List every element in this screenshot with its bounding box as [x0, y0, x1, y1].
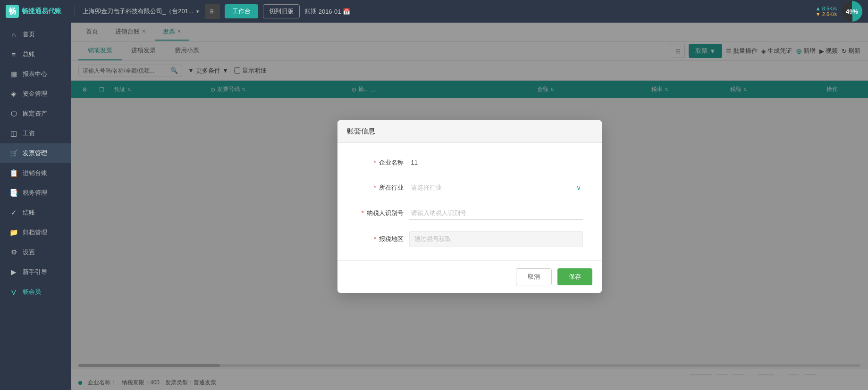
sidebar-label-home: 首页: [23, 30, 35, 39]
topbar: 畅 畅捷通易代账 上海卯金刀电子科技有限公司_（台201... ▼ ⎘ 工作台 …: [0, 0, 868, 23]
industry-row: * 所在行业 请选择行业 ∨: [356, 181, 583, 195]
sidebar-item-purchase[interactable]: 📋 进销台账: [0, 163, 71, 183]
industry-label: * 所在行业: [356, 183, 404, 192]
sidebar-label-settings: 设置: [23, 248, 35, 257]
modal-overlay: 账套信息 * 企业名称 * 所在行业 请: [71, 23, 868, 390]
logo-icon: 畅: [6, 5, 19, 18]
tax-region-display: 通过税号获取: [409, 231, 583, 247]
copy-icon-btn[interactable]: ⎘: [205, 4, 220, 19]
sidebar-label-purchase: 进销台账: [23, 169, 47, 177]
cancel-button[interactable]: 取消: [516, 268, 552, 285]
assets-icon: ⬡: [9, 109, 18, 118]
main-area: 首页 进销台账 ✕ 发票 ✕ 销项发票 进项发票 费用小票 ⊞ 取票 ▼: [71, 23, 868, 390]
required-mark-4: *: [374, 235, 376, 242]
app-name: 畅捷通易代账: [22, 7, 61, 16]
industry-placeholder: 请选择行业: [411, 183, 576, 192]
required-mark-3: *: [362, 209, 364, 216]
old-version-button[interactable]: 切到旧版: [263, 4, 300, 18]
company-name-row: * 企业名称: [356, 156, 583, 169]
save-button[interactable]: 保存: [557, 268, 592, 285]
sidebar-item-settings[interactable]: ⚙ 设置: [0, 242, 71, 262]
tax-id-input[interactable]: [409, 207, 583, 220]
company-dropdown-icon[interactable]: ▼: [195, 9, 200, 14]
sidebar-label-archive: 归档管理: [23, 228, 47, 237]
sidebar-item-tax[interactable]: 📑 税务管理: [0, 183, 71, 203]
speed-indicator: ▲ 8.5K/s ▼ 2.6K/s: [816, 6, 837, 17]
sidebar-label-invoice: 发票管理: [23, 149, 47, 158]
sidebar-item-guide[interactable]: ▶ 新手引导: [0, 262, 71, 282]
payroll-icon: ◫: [9, 129, 18, 138]
sidebar-label-reports: 报表中心: [23, 70, 47, 78]
sidebar-item-archive[interactable]: 📁 归档管理: [0, 223, 71, 242]
ledger-icon: ≡: [9, 50, 18, 58]
reports-icon: ▦: [9, 70, 18, 78]
required-mark-1: *: [374, 159, 376, 166]
sidebar-label-tax: 税务管理: [23, 189, 47, 197]
calendar-icon[interactable]: 📅: [343, 8, 350, 15]
sidebar-label-settle: 结账: [23, 208, 35, 217]
company-name-input[interactable]: [409, 156, 583, 169]
sidebar: ⌂ 首页 ≡ 总账 ▦ 报表中心 ◈ 资金管理 ⬡ 固定资产 ◫ 工资 🛒 发票…: [0, 23, 71, 390]
sidebar-item-payroll[interactable]: ◫ 工资: [0, 124, 71, 143]
modal-body: * 企业名称 * 所在行业 请选择行业 ∨: [337, 143, 602, 260]
sidebar-label-guide: 新手引导: [23, 268, 47, 276]
sidebar-item-funds[interactable]: ◈ 资金管理: [0, 84, 71, 104]
sidebar-item-home[interactable]: ⌂ 首页: [0, 25, 71, 44]
topbar-right: ▲ 8.5K/s ▼ 2.6K/s 49%: [816, 1, 862, 22]
tax-region-label: * 报税地区: [356, 235, 404, 243]
sidebar-label-payroll: 工资: [23, 129, 35, 138]
sidebar-item-invoice[interactable]: 🛒 发票管理: [0, 143, 71, 163]
modal-footer: 取消 保存: [337, 260, 602, 293]
tax-icon: 📑: [9, 189, 18, 197]
sidebar-label-assets: 固定资产: [23, 109, 47, 118]
sidebar-label-member: 畅会员: [23, 288, 41, 296]
settings-icon: ⚙: [9, 248, 18, 257]
home-icon: ⌂: [9, 31, 18, 39]
period-display: 账期 2016-01 📅: [304, 7, 351, 16]
sidebar-item-assets[interactable]: ⬡ 固定资产: [0, 104, 71, 124]
archive-icon: 📁: [9, 228, 18, 237]
tax-region-row: * 报税地区 通过税号获取: [356, 231, 583, 247]
funds-icon: ◈: [9, 90, 18, 98]
workbench-button[interactable]: 工作台: [225, 4, 258, 18]
company-selector[interactable]: 上海卯金刀电子科技有限公司_（台201... ▼: [83, 7, 200, 16]
invoice-icon: 🛒: [9, 149, 18, 158]
company-name: 上海卯金刀电子科技有限公司_（台201...: [83, 7, 194, 16]
account-info-modal: 账套信息 * 企业名称 * 所在行业 请: [337, 120, 602, 293]
speed-down: ▼ 2.6K/s: [816, 11, 837, 17]
sidebar-label-ledger: 总账: [23, 50, 35, 58]
topbar-divider-1: [75, 6, 75, 17]
member-icon: V: [9, 288, 18, 296]
sidebar-label-funds: 资金管理: [23, 90, 47, 98]
industry-dropdown-icon[interactable]: ∨: [576, 184, 581, 191]
tax-id-label: * 纳税人识别号: [356, 209, 404, 217]
purchase-icon: 📋: [9, 169, 18, 177]
copy-icon: ⎘: [211, 8, 214, 15]
guide-icon: ▶: [9, 268, 18, 276]
sidebar-item-reports[interactable]: ▦ 报表中心: [0, 64, 71, 84]
speed-up: ▲ 8.5K/s: [816, 6, 837, 11]
sidebar-item-member[interactable]: V 畅会员: [0, 282, 71, 302]
company-name-label: * 企业名称: [356, 158, 404, 167]
percent-circle: 49%: [842, 1, 862, 22]
tax-id-row: * 纳税人识别号: [356, 207, 583, 220]
required-mark-2: *: [374, 184, 376, 191]
sidebar-item-settle[interactable]: ✓ 结账: [0, 203, 71, 223]
modal-title: 账套信息: [337, 120, 602, 143]
app-logo: 畅 畅捷通易代账: [6, 5, 67, 18]
sidebar-item-ledger[interactable]: ≡ 总账: [0, 44, 71, 64]
settle-icon: ✓: [9, 208, 18, 217]
industry-select[interactable]: 请选择行业 ∨: [409, 181, 583, 195]
